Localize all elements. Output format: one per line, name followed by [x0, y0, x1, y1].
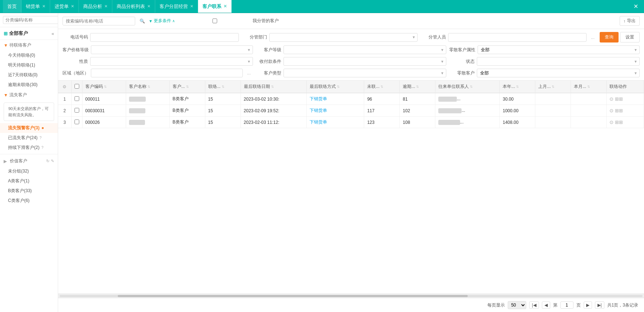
per-page-select[interactable]: 50 10 20 100 — [508, 301, 526, 309]
phone-input[interactable] — [90, 33, 239, 42]
search-input[interactable] — [63, 17, 135, 25]
close-icon[interactable]: ✕ — [42, 4, 45, 9]
col-no-contact[interactable]: 未联... ⇅ — [364, 81, 400, 93]
col-last-date[interactable]: 最后联络日期 ⇅ — [241, 81, 307, 93]
prev-page-btn[interactable]: ◀ — [542, 301, 550, 309]
dept-select[interactable] — [269, 33, 418, 42]
phone-field: 电话号码 — [63, 33, 239, 42]
cell-last-method[interactable]: 下销货单 — [307, 117, 364, 128]
settings-button[interactable]: 设置 — [620, 32, 640, 42]
status-select[interactable] — [477, 57, 640, 66]
cell-name — [126, 93, 169, 105]
sidebar-group-pending[interactable]: ▼ 待联络客户 — [0, 40, 58, 50]
more-conditions-btn[interactable]: ▼ 更多条件 ∧ — [149, 18, 175, 24]
sidebar-item-ungrouped[interactable]: 未分组(32) — [0, 166, 58, 176]
cust-grade-select[interactable] — [283, 45, 446, 54]
sidebar-item-class-b[interactable]: B类客户(33) — [0, 186, 58, 196]
last-page-btn[interactable]: ▶| — [595, 301, 604, 309]
col-code[interactable]: 客户编码 ⇅ — [82, 81, 126, 93]
refresh-icon[interactable]: ↻ — [46, 159, 49, 163]
cust-type-select[interactable] — [283, 69, 446, 77]
first-page-btn[interactable]: |◀ — [529, 301, 539, 309]
col-settings[interactable]: ⚙ — [58, 81, 71, 93]
more-btn[interactable]: ... — [589, 34, 597, 41]
contact-icon[interactable]: ⊙ — [609, 119, 613, 125]
close-icon[interactable]: ✕ — [71, 4, 74, 9]
window-close-button[interactable]: ✕ — [631, 1, 641, 11]
sidebar-group-value[interactable]: ▶ 价值客户 ↻ ✎ — [0, 156, 58, 166]
gender-field: 性质 ▼ — [63, 57, 253, 66]
col-overdue[interactable]: 逾期... ⇅ — [400, 81, 435, 93]
col-last-month[interactable]: 上月... ⇅ — [535, 81, 571, 93]
col-type[interactable]: 客户... ⇅ — [169, 81, 205, 93]
status-wrapper: ▼ — [477, 57, 640, 66]
sidebar-group-churning[interactable]: ▼ 流失客户 — [0, 90, 58, 100]
my-customers-checkbox[interactable] — [178, 19, 251, 23]
col-this-year[interactable]: 本年... ⇅ — [500, 81, 535, 93]
tab-goods-analysis[interactable]: 商品分析 ✕ — [79, 0, 112, 13]
region-input[interactable] — [91, 69, 243, 77]
cell-last-method[interactable]: 下销货单 — [307, 105, 364, 117]
scrollbar-thumb[interactable] — [118, 295, 467, 297]
col-last-method[interactable]: 最后联络方式 ⇅ — [307, 81, 364, 93]
person-input[interactable] — [448, 33, 587, 42]
sidebar-search-input[interactable] — [3, 16, 58, 24]
row-checkbox[interactable] — [75, 96, 79, 101]
search-button[interactable]: 🔍 — [140, 19, 145, 24]
col-partner-contact[interactable]: 往来单位联系人 ⇅ — [435, 81, 500, 93]
sidebar-item-overdue-contact[interactable]: 逾期未联络(30) — [0, 80, 58, 90]
cell-last-method[interactable]: 下销货单 — [307, 93, 364, 105]
more-actions-icon[interactable]: ⊞⊞ — [615, 96, 623, 102]
more-actions-icon[interactable]: ⊞⊞ — [615, 108, 623, 113]
my-customers-checkbox-label[interactable]: 我分管的客户 — [178, 18, 279, 24]
contact-icon[interactable]: ⊙ — [609, 96, 613, 102]
next-page-btn[interactable]: ▶ — [584, 301, 592, 309]
gender-select[interactable] — [90, 57, 253, 66]
table-header-row: ⚙ 客户编码 ⇅ 客户名称 — [58, 81, 644, 93]
all-customers-header[interactable]: ⊞ 全部客户 « — [0, 27, 58, 40]
page-number-input[interactable] — [560, 301, 573, 309]
cell-checkbox — [71, 117, 82, 128]
sidebar-item-tomorrow-contact[interactable]: 明天待联络(1) — [0, 60, 58, 70]
scrollbar-track — [60, 295, 643, 297]
gear-icon[interactable]: ⚙ — [63, 84, 67, 89]
tab-goods-analysis-list[interactable]: 商品分析列表 ✕ — [112, 0, 155, 13]
payment-select[interactable] — [283, 57, 446, 66]
sidebar-item-already-churned[interactable]: 已流失客户(24) ? — [0, 133, 58, 143]
tab-home[interactable]: 首页 — [3, 0, 21, 13]
close-icon[interactable]: ✕ — [104, 4, 108, 9]
export-button[interactable]: ↑ 导出 — [620, 16, 640, 26]
query-button[interactable]: 查询 — [600, 32, 619, 42]
col-contact-count[interactable]: 联络... ⇅ — [205, 81, 241, 93]
tab-sales[interactable]: 销货单 ✕ — [21, 0, 50, 13]
row-checkbox[interactable] — [75, 119, 79, 124]
zero-retail-attr-select[interactable]: 全部 — [478, 45, 640, 54]
region-more-btn[interactable]: ... — [245, 70, 253, 76]
price-grade-wrapper: ▼ — [91, 45, 253, 54]
tab-customer-segment[interactable]: 客户分层经营 ✕ — [155, 0, 198, 13]
sidebar-item-today-contact[interactable]: 今天待联络(0) — [0, 50, 58, 60]
edit-icon[interactable]: ✎ — [51, 159, 54, 163]
sidebar-item-declining[interactable]: 持续下滑客户(2) ? — [0, 143, 58, 153]
close-icon[interactable]: ✕ — [190, 4, 193, 9]
col-name[interactable]: 客户名称 ⇅ — [126, 81, 169, 93]
tab-customer-contact[interactable]: 客户联系 ✕ — [198, 0, 232, 13]
close-icon[interactable]: ✕ — [224, 4, 227, 9]
sidebar-item-class-c[interactable]: C类客户(6) — [0, 196, 58, 206]
collapse-icon[interactable]: « — [52, 31, 54, 36]
tab-purchase[interactable]: 进货单 ✕ — [50, 0, 79, 13]
horizontal-scrollbar[interactable] — [58, 293, 644, 298]
contact-icon[interactable]: ⊙ — [609, 108, 613, 113]
more-actions-icon[interactable]: ⊞⊞ — [615, 119, 623, 125]
sidebar-item-class-a[interactable]: A类客户(1) — [0, 176, 58, 186]
table-container: ⚙ 客户编码 ⇅ 客户名称 — [58, 81, 644, 293]
sidebar-item-7days-contact[interactable]: 近7天待联络(0) — [0, 70, 58, 80]
price-grade-select[interactable] — [91, 45, 253, 54]
close-icon[interactable]: ✕ — [147, 4, 150, 9]
sidebar-item-churn-warning[interactable]: 流失预警客户(3) ● — [0, 123, 58, 133]
zero-retail-select[interactable]: 全部 — [477, 69, 640, 77]
row-checkbox[interactable] — [75, 108, 79, 113]
select-all-checkbox[interactable] — [75, 84, 79, 89]
sidebar-search-area: 🔍 — [0, 13, 58, 27]
col-this-month[interactable]: 本月... ⇅ — [571, 81, 607, 93]
